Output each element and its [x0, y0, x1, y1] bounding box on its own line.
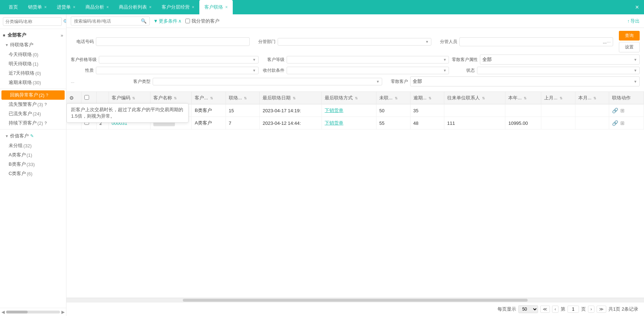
search-input[interactable] [74, 19, 139, 24]
sidebar-item-lost-warning[interactable]: 流失预警客户 (3) ? [0, 100, 66, 109]
nav-sales[interactable]: 销货单 × [23, 0, 52, 14]
retail-customer-chevron: ▼ [634, 80, 637, 84]
filter-row-3: 性质 ▼ 收付款条件 ▼ 状态 [71, 67, 640, 74]
th-action: 联络动作 [609, 92, 644, 104]
th-settings[interactable]: ⚙ [66, 92, 81, 104]
overdue-sort-icon: ⇅ [428, 96, 431, 100]
th-this-year[interactable]: 本年... ⇅ [505, 92, 541, 104]
sidebar-item-today[interactable]: 今天待联络 (0) [0, 50, 66, 59]
sidebar-collapse-btn[interactable]: » [61, 33, 63, 38]
payment-select[interactable]: ▼ [287, 67, 449, 74]
th-pending[interactable]: 未联... ⇅ [376, 92, 411, 104]
th-company-contact[interactable]: 往来单位联系人 ⇅ [444, 92, 505, 104]
all-customers-header[interactable]: ■ 全部客户 » [0, 29, 66, 40]
first-page-btn[interactable]: ≪ [540, 306, 550, 313]
td-action-0: 🔗 ⊞ [609, 104, 644, 117]
nav-customer-contact[interactable]: 客户联络 × [199, 0, 233, 14]
manager-select[interactable]: ... ··· [459, 37, 613, 46]
retail-attr-select[interactable]: 全部 ▼ [480, 55, 640, 65]
sidebar-search-icon[interactable]: 🔍 [63, 19, 66, 24]
sidebar-item-already-lost[interactable]: 已流失客户 (24) [0, 109, 66, 118]
sidebar-item-overdue[interactable]: 逾期未联络 (30) [0, 78, 66, 87]
nav-purchase[interactable]: 进货单 × [52, 0, 80, 14]
nav-sales-close[interactable]: × [44, 5, 47, 10]
sidebar-item-class-c[interactable]: C类客户 (6) [0, 169, 66, 178]
dept-select[interactable]: ▼ [278, 38, 431, 46]
td-last-method-1[interactable]: 下销货单 [321, 117, 376, 129]
value-customer-edit-icon[interactable]: ✎ [30, 133, 34, 138]
td-last-method-0[interactable]: 下销货单 [321, 104, 376, 117]
action-grid-icon-1[interactable]: ⊞ [620, 120, 625, 126]
settings-icon[interactable]: ⚙ [69, 95, 74, 101]
more-conditions-btn[interactable]: ▼ 更多条件 ∧ [153, 18, 182, 24]
th-last-month[interactable]: 上月... ⇅ [541, 92, 575, 104]
prev-page-btn[interactable]: ‹ [552, 306, 559, 313]
th-overdue[interactable]: 逾期... ⇅ [410, 92, 444, 104]
pending-arrow-icon: ▼ [5, 43, 9, 47]
sidebar-item-class-b[interactable]: B类客户 (33) [0, 160, 66, 169]
pagination-bar: 每页显示 50 100 200 ≪ ‹ 第 页 › ≫ 共1页 2条记录 [66, 302, 644, 316]
next-page-btn[interactable]: › [588, 306, 594, 313]
my-customers-checkbox[interactable] [185, 19, 190, 23]
select-all-checkbox[interactable] [84, 95, 89, 100]
nav-analysis-list-close[interactable]: × [149, 5, 152, 10]
sidebar-scroll-right[interactable]: ▶ [61, 310, 65, 315]
page-size-select[interactable]: 50 100 200 [518, 305, 538, 313]
nav-customer-segment[interactable]: 客户分层经营 × [157, 0, 199, 14]
filter-status: 状态 ▼ [452, 67, 640, 74]
th-name[interactable]: 客户名称 ⇅ [150, 92, 192, 104]
th-last-contact-method[interactable]: 最后联络方式 ⇅ [321, 92, 376, 104]
sidebar-item-tomorrow[interactable]: 明天待联络 (1) [0, 59, 66, 69]
nav-analysis-list[interactable]: 商品分析列表 × [114, 0, 157, 14]
phone-input[interactable] [96, 37, 250, 46]
value-customer-header[interactable]: ▼ 价值客户 ✎ [0, 131, 66, 141]
all-customers-expand-icon: ■ [3, 33, 5, 37]
th-category[interactable]: 客户... ⇅ [192, 92, 226, 104]
search-magnifier-icon[interactable]: 🔍 [141, 18, 147, 24]
price-level-select[interactable]: ▼ [99, 56, 259, 63]
last-page-btn[interactable]: ≫ [597, 306, 606, 313]
sidebar-search-box: 🔍 [0, 14, 66, 29]
sidebar-scroll-left[interactable]: ◀ [1, 310, 5, 315]
th-code[interactable]: 客户编码 ⇅ [108, 92, 150, 104]
th-this-month[interactable]: 本月... ⇅ [575, 92, 609, 104]
nav-analysis[interactable]: 商品分析 × [80, 0, 114, 14]
action-link-icon-0[interactable]: 🔗 [612, 108, 618, 113]
nature-select[interactable]: ▼ [96, 67, 259, 74]
manager-dots: ··· [607, 39, 611, 44]
lost-warning-help-icon[interactable]: ? [45, 102, 47, 107]
setting-btn[interactable]: 设置 [619, 42, 640, 52]
current-page-input[interactable] [567, 306, 579, 313]
action-grid-icon-0[interactable]: ⊞ [620, 108, 625, 113]
sidebar-item-7days[interactable]: 近7天待联络 (0) [0, 69, 66, 78]
nav-analysis-close[interactable]: × [106, 5, 109, 10]
nav-purchase-close[interactable]: × [73, 5, 75, 10]
customer-level-select[interactable]: ▼ [287, 56, 449, 63]
export-btn[interactable]: ↑ 导出 [627, 18, 640, 24]
status-select[interactable]: ▼ [477, 67, 640, 74]
th-last-contact-date[interactable]: 最后联络日期 ⇅ [260, 92, 322, 104]
action-link-icon-1[interactable]: 🔗 [612, 120, 618, 126]
sidebar-search-input[interactable] [3, 17, 62, 26]
sidebar-item-repurchase-abnormal[interactable]: 回购异常客户 (2) ? [1, 90, 65, 100]
filter-more-btn[interactable]: ... [71, 79, 74, 84]
horizontal-scrollbar[interactable] [66, 298, 644, 302]
nav-customer-contact-close[interactable]: × [225, 5, 228, 10]
app-close-btn[interactable]: × [635, 4, 639, 11]
declining-help-icon[interactable]: ? [45, 121, 47, 125]
retail-customer-select[interactable]: 全部 ▼ [410, 76, 640, 86]
repurchase-help-icon[interactable]: ? [46, 93, 48, 97]
customer-level-chevron: ▼ [443, 58, 446, 62]
nav-home[interactable]: 首页 [4, 0, 23, 14]
pending-contact-title[interactable]: ▼ 待联络客户 [0, 40, 66, 50]
nav-customer-segment-close[interactable]: × [192, 5, 194, 10]
category-sort-icon: ⇅ [210, 96, 213, 100]
sidebar-item-unclassified[interactable]: 未分组 (32) [0, 141, 66, 150]
customer-type-select[interactable]: ▼ [153, 78, 382, 85]
th-checkbox [81, 92, 96, 104]
sidebar-item-declining[interactable]: 持续下滑客户 (2) ? [0, 118, 66, 128]
query-btn[interactable]: 查询 [619, 31, 640, 41]
sidebar-item-class-a[interactable]: A类客户 (1) [0, 150, 66, 160]
sidebar-scrollbar-thumb [6, 311, 28, 313]
th-contact[interactable]: 联络... ⇅ [226, 92, 260, 104]
